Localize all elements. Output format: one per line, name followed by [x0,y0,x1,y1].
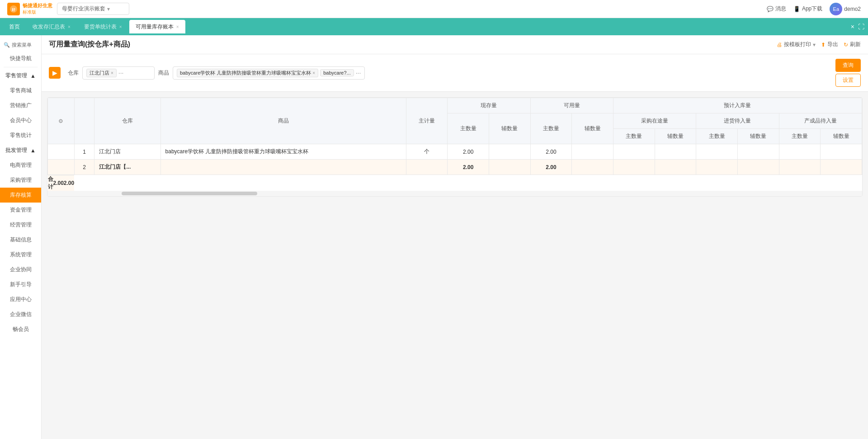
cell-stock-aux-1 [489,144,530,160]
close-all-tabs[interactable]: × [851,23,854,30]
sidebar-item-inventory[interactable]: 库存核算 [0,188,41,203]
cell-unit-1: 个 [406,144,448,160]
nav-tab-1[interactable]: 要货单统计表 × [78,20,128,33]
table-container: ⚙ 仓库 商品 主计量 现存量 可用量 预计入库量 主数量 辅数量 主数量 [47,97,863,197]
col-stock-header: 现存量 [448,98,530,113]
warehouse-more-icon[interactable]: ··· [118,69,124,76]
col-stock-aux: 辅数量 [489,113,530,144]
sidebar-item-app-center[interactable]: 应用中心 [0,292,41,307]
footer-avail-main: 2.00 [64,180,74,186]
sidebar-item-retail-stats[interactable]: 零售统计 [0,128,41,143]
product-filter-label: 商品 [158,69,169,77]
warehouse-tag-remove[interactable]: × [111,71,113,76]
nav-tab-2[interactable]: 可用量库存账本 × [129,20,185,33]
col-purchase-aux: 辅数量 [655,129,696,144]
footer-stock-main: 2.00 [53,180,64,186]
horizontal-scrollbar[interactable] [47,191,862,196]
sidebar-item-wechat-work[interactable]: 企业微信 [0,307,41,322]
table-row: 1 江北门店 babycare学饮杯 儿童防摔防撞吸管杯重力球吸嘴杯宝宝水杯 个… [48,144,862,160]
sidebar-item-member[interactable]: 会员中心 [0,113,41,128]
page-title: 可用量查询(按仓库+商品) [49,40,130,49]
warehouse-filter-input[interactable]: 江北门店 × ··· [82,66,155,80]
cell-incoming-aux-1 [737,144,779,160]
sidebar-quick-nav[interactable]: 快捷导航 [0,51,41,66]
sidebar-search[interactable]: 🔍 搜索菜单 [0,39,41,51]
cell-settings-1 [48,144,75,160]
cell-purchase-main-1 [613,144,655,160]
col-incoming-aux: 辅数量 [737,129,779,144]
cell-warehouse-1: 江北门店 [94,144,160,160]
warehouse-tag: 江北门店 × [86,69,117,77]
sidebar-item-member-plus[interactable]: 畅会员 [0,322,41,337]
refresh-btn[interactable]: ↻ 刷新 [844,41,861,48]
col-stock-main: 主数量 [448,113,489,144]
product-filter-input[interactable]: babycare学饮杯 儿童防摔防撞吸管杯重力球吸嘴杯宝宝水杯 × babyca… [173,66,365,80]
cell-purchase-main-2 [613,160,655,175]
close-tab-2[interactable]: × [176,24,179,29]
filter-area: ▶ 仓库 江北门店 × ··· 商品 babycare学饮杯 儿童防摔防撞吸管杯… [42,54,868,92]
col-product-header: 商品 [160,98,406,144]
close-tab-0[interactable]: × [68,24,71,29]
export-btn[interactable]: ⬆ 导出 [821,41,838,48]
col-planned-header: 预计入库量 [613,98,862,113]
sidebar-item-retail-store[interactable]: 零售商城 [0,83,41,98]
cell-product-aux-2 [821,160,862,175]
cell-purchase-aux-1 [655,144,696,160]
product-tag1-remove[interactable]: × [312,71,315,76]
cell-avail-aux-2 [572,160,613,175]
nav-tab-0[interactable]: 收发存汇总表 × [26,20,77,33]
filter-toggle-btn[interactable]: ▶ [49,67,61,79]
cell-settings-2 [48,160,75,175]
product-more-icon[interactable]: ··· [356,69,361,76]
table-footer-row: 合计 2.00 2.00 [48,175,75,191]
sidebar-item-retail-mgmt[interactable]: 零售管理 ▲ [0,68,41,83]
col-settings: ⚙ [48,98,75,144]
sidebar-item-finance[interactable]: 资金管理 [0,203,41,217]
company-selector[interactable]: 母婴行业演示账套 ▾ [57,3,129,15]
close-tab-1[interactable]: × [119,24,122,29]
cell-stock-main-2: 2.00 [448,160,489,175]
sidebar-item-enterprise[interactable]: 企业协同 [0,262,41,277]
sidebar-item-marketing[interactable]: 营销推广 [0,98,41,113]
cell-unit-2 [406,160,448,175]
main-layout: 🔍 搜索菜单 快捷导航 零售管理 ▲ 零售商城 营销推广 会员中心 零售统计 批… [0,35,868,439]
sidebar-item-purchase[interactable]: 采购管理 [0,173,41,188]
sidebar-item-beginner[interactable]: 新手引导 [0,277,41,292]
col-rownum-header [74,98,94,144]
fullscreen-btn[interactable]: ⛶ [858,23,864,30]
col-purchase-main: 主数量 [613,129,655,144]
cell-product-main-1 [779,144,821,160]
col-incoming-main: 主数量 [696,129,738,144]
sidebar-item-operations[interactable]: 经营管理 [0,217,41,232]
cell-product-main-2 [779,160,821,175]
cell-avail-main-1: 2.00 [530,144,572,160]
product-tag-1: babycare学饮杯 儿童防摔防撞吸管杯重力球吸嘴杯宝宝水杯 × [177,69,318,77]
query-button[interactable]: 查询 [835,59,861,72]
footer-label: 合计 [48,175,53,191]
logo-area: 好 畅捷通好生意 标准版 [7,2,52,15]
svg-text:好: 好 [11,8,16,12]
column-settings-icon[interactable]: ⚙ [58,118,63,124]
sidebar-item-wholesale[interactable]: 批发管理 ▲ [0,143,41,158]
print-btn[interactable]: 🖨 按模板打印 ▾ [777,41,816,48]
col-avail-main: 主数量 [530,113,572,144]
sidebar-item-system[interactable]: 系统管理 [0,247,41,262]
user-profile[interactable]: Ea demo2 [830,3,861,15]
nav-home-tab[interactable]: 首页 [4,20,25,33]
message-btn[interactable]: 💬 消息 [767,5,786,13]
main-table: ⚙ 仓库 商品 主计量 现存量 可用量 预计入库量 主数量 辅数量 主数量 [47,98,862,191]
col-product-main: 主数量 [779,129,821,144]
app-download-btn[interactable]: 📱 App下载 [793,5,822,13]
logo-icon: 好 [7,3,20,15]
logo-text: 畅捷通好生意 标准版 [23,2,52,15]
cell-rownum-1: 1 [74,144,94,160]
col-product-aux: 辅数量 [821,129,862,144]
sidebar-item-ecommerce[interactable]: 电商管理 [0,158,41,173]
sidebar-item-basic-info[interactable]: 基础信息 [0,232,41,247]
settings-button[interactable]: 设置 [835,74,861,87]
cell-stock-aux-2 [489,160,530,175]
scroll-thumb[interactable] [122,192,257,195]
cell-incoming-aux-2 [737,160,779,175]
col-purchase-transit-header: 采购在途量 [613,113,696,129]
print-icon: 🖨 [777,42,782,48]
